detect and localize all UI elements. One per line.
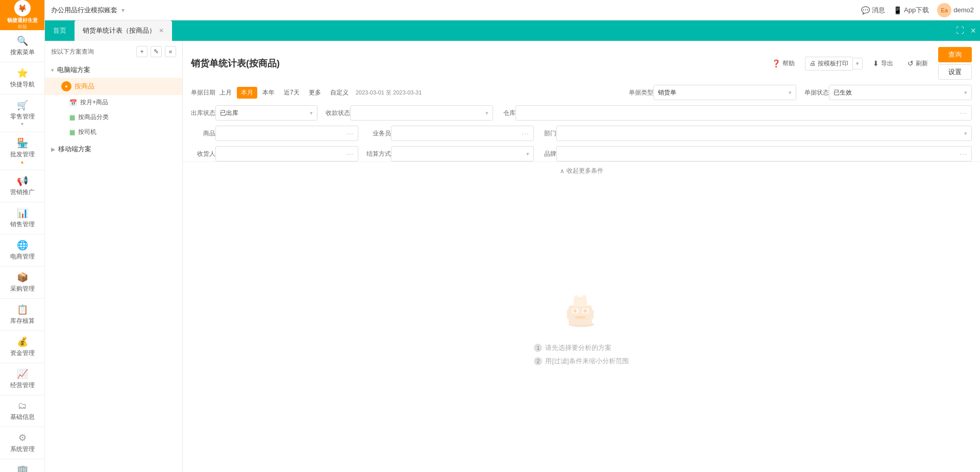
- basic-icon: 🗂: [18, 400, 27, 411]
- page-header: 销货单统计表(按商品) ❓ 帮助 🖨 按模板打印 ▾ ⬇: [183, 41, 980, 80]
- collapse-btn[interactable]: ∧ 收起更多条件: [554, 165, 609, 177]
- sidebar-item-search-label: 搜索菜单: [10, 48, 35, 57]
- sidebar-item-inventory-label: 库存核算: [10, 317, 35, 325]
- date-tabs: 上月 本月 本年 近7天 更多 自定义 2023-03-01 至 2023-03…: [215, 87, 625, 99]
- page-title: 销货单统计表(按商品): [191, 57, 280, 69]
- receiver-label: 收货人: [191, 150, 215, 158]
- tab-home[interactable]: 首页: [45, 20, 75, 41]
- doc-status-select[interactable]: 已生效 ▾: [829, 85, 972, 100]
- print-dropdown-arrow[interactable]: ▾: [852, 58, 863, 69]
- sidebar-item-ecommerce[interactable]: 🌐 电商管理: [0, 234, 45, 267]
- tab-close-icon[interactable]: ✕: [159, 27, 164, 34]
- sidebar: 🦊 畅捷通好生意 标版 🔍 搜索菜单 ⭐ 快捷导航 🛒 零售管理 ▾ 🏪 批发管…: [0, 0, 45, 472]
- payment-method-select[interactable]: ▾: [391, 146, 534, 161]
- sidebar-item-basic-label: 基础信息: [10, 413, 35, 421]
- empty-illustration: [556, 282, 607, 333]
- sidebar-item-procurement[interactable]: 📦 采购管理: [0, 267, 45, 299]
- driver-icon: ▦: [69, 129, 75, 136]
- date-tab-7days[interactable]: 近7天: [280, 87, 304, 99]
- receiver-input[interactable]: ···: [215, 146, 358, 161]
- print-btn[interactable]: 🖨 按模板打印: [805, 57, 852, 70]
- receiver-dots: ···: [346, 150, 354, 158]
- left-panel-header: 按以下方案查询 + ✎ «: [45, 41, 182, 60]
- tab-maximize-btn[interactable]: ⛶: [956, 26, 964, 35]
- finance-icon: 💰: [17, 336, 28, 347]
- app-logo[interactable]: 🦊 畅捷通好生意 标版: [0, 0, 45, 30]
- date-label: 单据日期: [191, 88, 215, 97]
- date-tab-more[interactable]: 更多: [305, 87, 325, 99]
- doc-type-arrow: ▾: [789, 89, 792, 96]
- topbar-left: 办公用品行业模拟账套 ▾: [51, 6, 125, 15]
- right-panel: 销货单统计表(按商品) ❓ 帮助 🖨 按模板打印 ▾ ⬇: [183, 41, 980, 472]
- goods-input[interactable]: ···: [215, 126, 358, 141]
- sidebar-item-wholesale[interactable]: 🏪 批发管理 ▴: [0, 132, 45, 170]
- collapse-bar: ∧ 收起更多条件: [183, 161, 980, 180]
- pc-scheme-header[interactable]: ▾ 电脑端方案: [45, 62, 182, 78]
- brand-input[interactable]: ···: [556, 146, 972, 161]
- mobile-scheme-header[interactable]: ▶ 移动端方案: [45, 141, 182, 157]
- user-menu-btn[interactable]: Ea demo2: [937, 3, 974, 17]
- scheme-by-goods[interactable]: ● 按商品: [45, 78, 182, 95]
- scheme-by-driver[interactable]: ▦ 按司机: [45, 125, 182, 139]
- collapse-label: 收起更多条件: [567, 167, 603, 175]
- empty-tips: 1 请先选择要分析的方案 2 用[过滤]条件来缩小分析范围: [534, 343, 628, 370]
- out-status-value: 已出库: [220, 109, 238, 117]
- dept-select[interactable]: ▾: [556, 126, 972, 141]
- collapse-panel-btn[interactable]: «: [165, 46, 176, 57]
- salesperson-dots: ···: [522, 129, 529, 137]
- scheme-by-category[interactable]: ▦ 按商品分类: [45, 110, 182, 125]
- print-dropdown: 🖨 按模板打印 ▾: [805, 57, 863, 70]
- tip-2-text: 用[过滤]条件来缩小分析范围: [545, 357, 628, 366]
- edit-scheme-btn[interactable]: ✎: [151, 46, 162, 57]
- sidebar-item-basic[interactable]: 🗂 基础信息: [0, 395, 45, 427]
- scheme-by-month-goods[interactable]: 📅 按月+商品: [45, 95, 182, 110]
- system-icon: ⚙: [18, 432, 27, 443]
- print-icon: 🖨: [810, 60, 816, 67]
- goods-filter-row: 商品 ··· 业务员 ··· 部门 ▾: [191, 126, 972, 141]
- date-tab-last-month[interactable]: 上月: [215, 87, 236, 99]
- out-status-select[interactable]: 已出库 ▾: [215, 105, 317, 121]
- add-scheme-btn[interactable]: +: [136, 46, 148, 57]
- sidebar-item-wholesale-label: 批发管理: [10, 150, 35, 159]
- scheme-goods-icon: ●: [61, 81, 71, 91]
- payment-status-select[interactable]: ▾: [350, 105, 493, 121]
- sidebar-item-system[interactable]: ⚙ 系统管理: [0, 427, 45, 459]
- sidebar-item-marketing[interactable]: 📢 营销推广: [0, 170, 45, 202]
- export-btn[interactable]: ⬇ 导出: [869, 57, 897, 70]
- sidebar-item-retail-label: 零售管理: [10, 112, 35, 121]
- tab-home-label: 首页: [53, 26, 66, 35]
- ecommerce-icon: 🌐: [17, 240, 28, 251]
- goods-dots: ···: [346, 129, 354, 137]
- date-tab-custom[interactable]: 自定义: [326, 87, 353, 99]
- download-icon: 📱: [893, 6, 902, 14]
- settings-btn[interactable]: 设置: [938, 64, 972, 80]
- scheme-goods-label: 按商品: [75, 82, 94, 91]
- date-tab-this-month[interactable]: 本月: [237, 87, 257, 99]
- sidebar-item-sales[interactable]: 📊 销售管理: [0, 202, 45, 234]
- sidebar-item-quicknav[interactable]: ⭐ 快捷导航: [0, 62, 45, 95]
- sidebar-item-operations-label: 经营管理: [10, 381, 35, 390]
- sidebar-item-inventory[interactable]: 📋 库存核算: [0, 299, 45, 331]
- sidebar-item-enterprise[interactable]: 🏢 企业协同: [0, 459, 45, 472]
- refresh-btn[interactable]: ↺ 刷新: [903, 57, 932, 70]
- date-tab-this-year[interactable]: 本年: [258, 87, 279, 99]
- salesperson-input[interactable]: ···: [391, 126, 534, 141]
- close-tab-btn[interactable]: ×: [970, 26, 976, 36]
- sidebar-item-retail[interactable]: 🛒 零售管理 ▾: [0, 95, 45, 132]
- warehouse-input[interactable]: ···: [516, 105, 972, 121]
- message-btn[interactable]: 💬 消息: [861, 6, 885, 15]
- app-download-btn[interactable]: 📱 App下载: [893, 6, 929, 15]
- tab-sales-report[interactable]: 销货单统计表（按商品） ✕: [75, 20, 172, 41]
- brand-label: 品牌: [538, 150, 556, 158]
- tip-num-1: 1: [534, 344, 542, 352]
- sidebar-item-finance[interactable]: 💰 资金管理: [0, 331, 45, 363]
- sidebar-item-operations[interactable]: 📈 经营管理: [0, 363, 45, 395]
- help-btn[interactable]: ❓ 帮助: [768, 57, 799, 70]
- empty-tip-2: 2 用[过滤]条件来缩小分析范围: [534, 357, 628, 366]
- warehouse-label: 仓库: [497, 109, 516, 117]
- sidebar-item-search[interactable]: 🔍 搜索菜单: [0, 30, 45, 62]
- status-filter-row: 出库状态 已出库 ▾ 收款状态 ▾ 仓库 ···: [191, 105, 972, 121]
- query-btn[interactable]: 查询: [938, 47, 972, 62]
- doc-type-select[interactable]: 销货单 ▾: [653, 85, 796, 100]
- workspace-dropdown-icon[interactable]: ▾: [121, 7, 125, 14]
